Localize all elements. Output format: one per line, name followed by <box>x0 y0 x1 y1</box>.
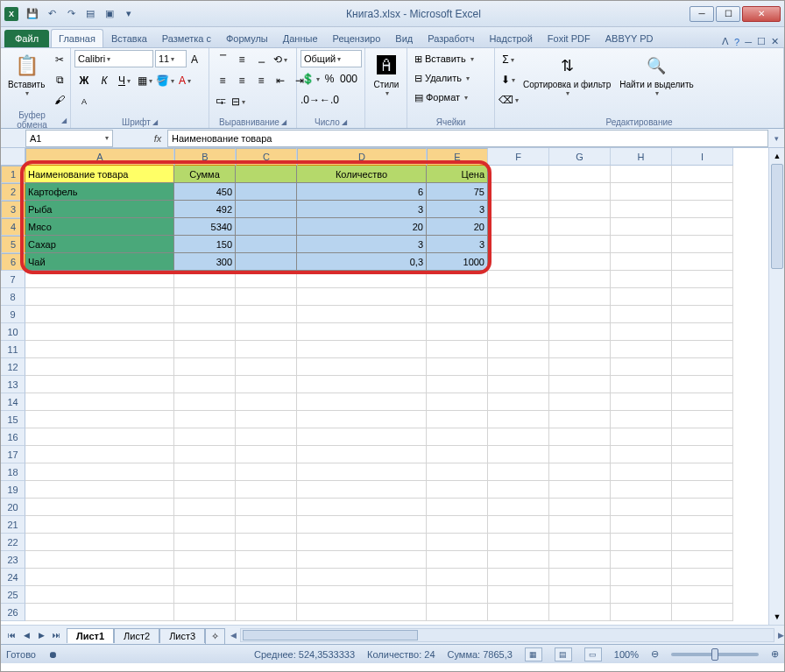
cell[interactable] <box>611 323 672 341</box>
cell[interactable] <box>427 499 488 516</box>
merge-icon[interactable]: ⊟▾ <box>229 92 248 111</box>
cell[interactable] <box>427 604 488 621</box>
cell[interactable] <box>25 376 174 393</box>
cell[interactable] <box>427 288 488 306</box>
cell[interactable] <box>549 271 611 288</box>
cell[interactable] <box>488 516 549 534</box>
cell[interactable] <box>672 604 733 621</box>
tab-home[interactable]: Главная <box>51 29 103 47</box>
cell[interactable] <box>25 481 174 499</box>
tab-abbyy[interactable]: ABBYY PD <box>598 30 661 47</box>
cell[interactable]: 150 <box>174 236 236 253</box>
row-header[interactable]: 22 <box>1 534 25 551</box>
launcher-icon[interactable]: ◢ <box>342 118 347 126</box>
cell[interactable] <box>549 306 611 323</box>
cell[interactable] <box>25 534 174 551</box>
new-sheet-icon[interactable]: ✧ <box>205 628 225 644</box>
cell[interactable] <box>427 428 488 446</box>
cell[interactable] <box>549 446 611 463</box>
minimize-ribbon-icon[interactable]: ᐱ <box>722 36 729 47</box>
cell[interactable] <box>488 604 549 621</box>
cell[interactable] <box>549 481 611 499</box>
insert-cells-button[interactable]: ⊞ Вставить▾ <box>411 50 477 67</box>
cell[interactable] <box>174 376 236 393</box>
cell[interactable] <box>236 358 297 376</box>
row-header[interactable]: 23 <box>1 551 25 569</box>
cell[interactable] <box>611 428 672 446</box>
cell[interactable] <box>297 446 427 463</box>
cell[interactable] <box>236 166 297 183</box>
cell[interactable] <box>611 271 672 288</box>
cell[interactable] <box>488 586 549 604</box>
vertical-scrollbar[interactable]: ▲ ▼ <box>768 148 784 625</box>
cell[interactable] <box>549 218 611 236</box>
cell[interactable] <box>549 586 611 604</box>
cell[interactable] <box>25 463 174 481</box>
cell[interactable]: Картофель <box>25 183 174 201</box>
cell[interactable] <box>174 411 236 428</box>
indent-dec-icon[interactable]: ⇤ <box>271 71 290 90</box>
wrap-text-icon[interactable]: ⮓ <box>213 92 229 111</box>
cell[interactable] <box>549 604 611 621</box>
cell[interactable] <box>611 341 672 358</box>
increase-decimal-icon[interactable]: .0→ <box>301 90 320 110</box>
cell[interactable] <box>427 586 488 604</box>
cell[interactable] <box>488 218 549 236</box>
cell[interactable] <box>174 604 236 621</box>
cell[interactable] <box>427 446 488 463</box>
cell[interactable] <box>672 569 733 586</box>
tab-pagelayout[interactable]: Разметка с <box>155 30 218 47</box>
workbook-restore-icon[interactable]: ☐ <box>757 36 766 47</box>
cell[interactable] <box>427 516 488 534</box>
cell[interactable] <box>236 428 297 446</box>
cell[interactable] <box>297 586 427 604</box>
cell[interactable] <box>672 306 733 323</box>
cell[interactable] <box>611 393 672 411</box>
row-header[interactable]: 18 <box>1 463 25 481</box>
cell[interactable] <box>25 306 174 323</box>
autosum-icon[interactable]: Σ▾ <box>499 50 518 69</box>
cell[interactable] <box>236 446 297 463</box>
cell[interactable] <box>611 481 672 499</box>
row-header[interactable]: 26 <box>1 604 25 621</box>
column-header[interactable]: G <box>549 148 611 166</box>
cell[interactable] <box>236 569 297 586</box>
decrease-decimal-icon[interactable]: ←.0 <box>320 90 339 110</box>
cell[interactable] <box>297 428 427 446</box>
sheet-tab-1[interactable]: Лист1 <box>67 628 114 643</box>
cell[interactable] <box>672 463 733 481</box>
cell[interactable] <box>611 411 672 428</box>
cell[interactable] <box>672 323 733 341</box>
cell[interactable] <box>488 463 549 481</box>
cell[interactable] <box>488 481 549 499</box>
row-header[interactable]: 1 <box>1 166 25 183</box>
column-header[interactable]: A <box>25 148 174 166</box>
percent-icon[interactable]: % <box>320 69 339 88</box>
cell[interactable]: 450 <box>174 183 236 201</box>
row-header[interactable]: 6 <box>1 253 25 271</box>
cell[interactable] <box>672 201 733 218</box>
align-bottom-icon[interactable]: ⎽ <box>251 50 271 69</box>
cell[interactable] <box>549 393 611 411</box>
cell[interactable] <box>25 411 174 428</box>
cell[interactable] <box>488 253 549 271</box>
cell[interactable] <box>427 306 488 323</box>
cell[interactable] <box>549 534 611 551</box>
row-header[interactable]: 20 <box>1 499 25 516</box>
row-header[interactable]: 15 <box>1 411 25 428</box>
cell[interactable] <box>611 604 672 621</box>
cell[interactable] <box>236 376 297 393</box>
cell[interactable] <box>427 463 488 481</box>
cell[interactable] <box>297 288 427 306</box>
cell[interactable] <box>427 341 488 358</box>
cell[interactable] <box>611 306 672 323</box>
cell[interactable] <box>488 201 549 218</box>
cell[interactable] <box>236 341 297 358</box>
sheet-last-icon[interactable]: ⏭ <box>49 628 63 642</box>
cell[interactable] <box>672 288 733 306</box>
italic-icon[interactable]: К <box>95 71 114 90</box>
maximize-button[interactable]: ☐ <box>716 6 740 22</box>
cell[interactable] <box>25 569 174 586</box>
column-header[interactable]: C <box>236 148 297 166</box>
cell[interactable] <box>427 551 488 569</box>
